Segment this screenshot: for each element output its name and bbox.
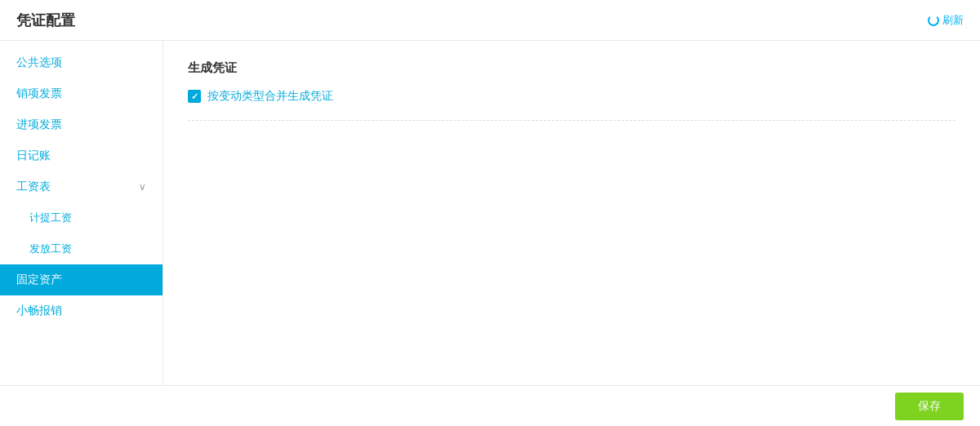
main-container: 公共选项 销项发票 进项发票 日记账 工资表 ∨ 计提工资 发放工资 固定资产 … [0, 41, 980, 385]
sidebar-item-label: 小畅报销 [16, 304, 62, 318]
sidebar-item-pay-salary[interactable]: 发放工资 [0, 233, 163, 264]
sidebar-item-public[interactable]: 公共选项 [0, 47, 163, 78]
sidebar-item-label: 日记账 [16, 149, 51, 163]
sidebar-item-label: 进项发票 [16, 118, 62, 132]
sidebar-item-expense-report[interactable]: 小畅报销 [0, 295, 163, 326]
sidebar-item-calc-salary[interactable]: 计提工资 [0, 202, 163, 233]
save-button[interactable]: 保存 [895, 393, 964, 420]
page-footer: 保存 [0, 385, 980, 426]
sidebar-item-label: 固定资产 [16, 273, 62, 287]
sidebar-item-label: 发放工资 [29, 242, 72, 256]
section-title: 生成凭证 [188, 60, 956, 76]
sidebar-item-label: 公共选项 [16, 55, 62, 70]
content-area: 生成凭证 按变动类型合并生成凭证 [163, 41, 980, 385]
sidebar-item-fixed-assets[interactable]: 固定资产 [0, 264, 163, 295]
sidebar-item-sales-invoice[interactable]: 销项发票 [0, 78, 163, 109]
section-divider [188, 120, 956, 121]
sidebar-item-journal[interactable]: 日记账 [0, 140, 163, 171]
merge-by-type-checkbox[interactable] [188, 90, 201, 103]
sidebar-item-label: 工资表 [16, 180, 51, 194]
checkbox-label: 按变动类型合并生成凭证 [207, 89, 333, 104]
refresh-button[interactable]: 刷新 [928, 13, 964, 28]
sidebar: 公共选项 销项发票 进项发票 日记账 工资表 ∨ 计提工资 发放工资 固定资产 … [0, 41, 163, 385]
sidebar-item-purchase-invoice[interactable]: 进项发票 [0, 109, 163, 140]
sidebar-item-payroll-table[interactable]: 工资表 ∨ [0, 171, 163, 202]
page-header: 凭证配置 刷新 [0, 0, 980, 41]
refresh-icon [928, 15, 939, 26]
checkbox-row: 按变动类型合并生成凭证 [188, 89, 956, 104]
sidebar-item-label: 销项发票 [16, 87, 62, 101]
page-title: 凭证配置 [16, 11, 75, 30]
chevron-down-icon: ∨ [139, 181, 146, 193]
refresh-label: 刷新 [942, 13, 964, 28]
sidebar-item-label: 计提工资 [29, 211, 72, 225]
